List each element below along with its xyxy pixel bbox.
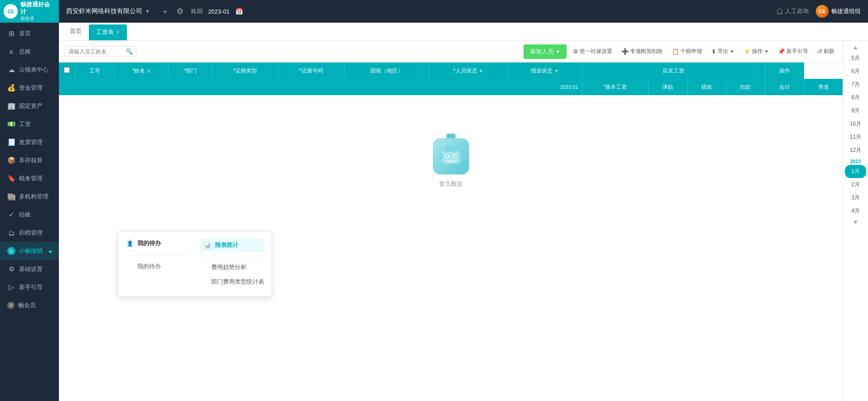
th-period: 2023.01 [59, 79, 582, 95]
cal-month-aug[interactable]: 8月 [843, 91, 868, 104]
sidebar-item-ledger[interactable]: ≡ 总账 [0, 43, 59, 61]
archive-icon: 🗂 [7, 229, 15, 237]
svg-point-7 [454, 155, 456, 157]
popup-col2-divider [199, 256, 264, 256]
cal-month-mar[interactable]: 3月 [843, 191, 868, 204]
sidebar-label-guide: 新手引导 [19, 283, 43, 291]
side-calendar: ▲ 5月 6月 7月 8月 9月 10月 11月 12月 2023 1月 2月 … [843, 41, 868, 401]
refresh-btn[interactable]: ↺ 刷新 [815, 46, 837, 57]
sidebar-item-tax[interactable]: 🔖 税务管理 [0, 169, 59, 188]
popup-col-todo: 👤 我的待办 我的待办 [126, 239, 190, 289]
tab-close-icon[interactable]: × [116, 29, 120, 35]
cal-month-may[interactable]: 5月 [843, 52, 868, 65]
sidebar-item-inventory[interactable]: 📦 库存核算 [0, 151, 59, 169]
deduction-icon: ➕ [621, 48, 629, 55]
cal-month-apr[interactable]: 4月 [843, 204, 868, 217]
basic-icon: ⚙ [7, 265, 15, 273]
sidebar-item-guide[interactable]: ▷ 新手引导 [0, 278, 59, 296]
table-header-row2: 2023.01 *基本工资 津贴 绩效 [59, 79, 843, 95]
th-allowance: 津贴 [648, 79, 687, 95]
sidebar-label-ledger: 总账 [19, 48, 31, 56]
calendar-up-btn[interactable]: ▲ [850, 43, 862, 52]
sidebar-item-archive[interactable]: 🗂 归档管理 [0, 224, 59, 242]
popup-item-my-todo[interactable]: 我的待办 [126, 259, 190, 274]
th-status: *人员状态 ▼ [429, 63, 508, 79]
empty-text: 暂无数据 [439, 180, 463, 188]
guide-btn[interactable]: 📌 新手引导 [775, 46, 811, 57]
cal-year-2023: 2023 [850, 157, 861, 165]
cal-month-feb[interactable]: 2月 [843, 178, 868, 191]
inventory-icon: 📦 [7, 156, 15, 164]
sidebar-item-basic[interactable]: ⚙ 基础设置 [0, 260, 59, 278]
sidebar-label-member: 畅会员 [18, 301, 36, 309]
name-sort-icon[interactable]: ⇅ [147, 68, 150, 73]
table-area: 🔍 添加人员 ▼ ⚙ 统一社保设置 ➕ 专项附加扣除 [59, 41, 843, 401]
sidebar-item-assets[interactable]: 🏢 固定资产 [0, 97, 59, 115]
sidebar-logo: CE 畅捷通好会计 畅捷通 [0, 0, 59, 23]
th-name: *姓名 ⇅ [114, 63, 169, 79]
sidebar-item-reports[interactable]: ☁ 云报表中心 [0, 61, 59, 79]
tab-home-label: 首页 [70, 27, 82, 35]
popup-col-reports-label: 报表统计 [215, 241, 238, 249]
cal-month-oct[interactable]: 10月 [843, 117, 868, 130]
tab-salary[interactable]: 工资表 × [89, 24, 127, 40]
cal-month-jan-current[interactable]: 1月 [845, 165, 866, 178]
popup-item-dept-cost[interactable]: 部门费用类型统计表 [199, 275, 264, 289]
settings-icon[interactable]: ⚙ [175, 5, 185, 18]
sidebar-item-payroll[interactable]: 💵 工资 [0, 115, 59, 133]
guide-icon: 📌 [778, 48, 785, 55]
topbar: 西安虾米网络科技有限公司 ▼ ＋ ⚙ 账期 2023-01 📅 🎧 人工咨询 C… [59, 0, 868, 23]
robot-svg [438, 144, 464, 169]
funds-icon: 💰 [7, 84, 15, 92]
content-area: 🔍 添加人员 ▼ ⚙ 统一社保设置 ➕ 专项附加扣除 [59, 41, 868, 401]
popup-col-todo-label: 我的待办 [137, 239, 161, 247]
export-btn[interactable]: ⬇ 导出 ▼ [708, 46, 737, 57]
cal-month-jul[interactable]: 7月 [843, 78, 868, 91]
payroll-icon: 💵 [7, 120, 15, 128]
operations-btn[interactable]: ⚡ 操作 ▼ [741, 46, 771, 57]
cal-month-jun[interactable]: 6月 [843, 65, 868, 78]
search-input[interactable] [68, 48, 123, 55]
sidebar-item-xiaochang[interactable]: G 小畅报销 ◀ [0, 242, 59, 260]
calendar-down-btn[interactable]: ▼ [850, 217, 862, 227]
period-value: 2023-01 [208, 8, 230, 15]
company-selector[interactable]: 西安虾米网络科技有限公司 ▼ [66, 7, 150, 15]
sidebar-label-basic: 基础设置 [19, 265, 43, 273]
sidebar-item-multi[interactable]: 🏬 多机构管理 [0, 188, 59, 206]
sidebar-item-home[interactable]: ⊞ 首页 [0, 24, 59, 43]
tab-home[interactable]: 首页 [63, 23, 89, 40]
main-area: 西安虾米网络科技有限公司 ▼ ＋ ⚙ 账期 2023-01 📅 🎧 人工咨询 C… [59, 0, 868, 401]
search-box: 🔍 [64, 46, 137, 57]
service-btn[interactable]: 🎧 人工咨询 [776, 7, 809, 15]
th-department: *部门 [169, 63, 212, 79]
add-employee-button[interactable]: 添加人员 ▼ [524, 44, 567, 59]
toolbar: 🔍 添加人员 ▼ ⚙ 统一社保设置 ➕ 专项附加扣除 [59, 41, 843, 63]
member-icon: V [7, 302, 15, 309]
add-company-btn[interactable]: ＋ [159, 4, 171, 19]
tax-report-btn[interactable]: 📋 个税申报 [669, 46, 705, 57]
deduction-btn[interactable]: ➕ 专项附加扣除 [619, 46, 665, 57]
user-area[interactable]: CE 畅捷通组组 [816, 5, 861, 18]
popup-item-cost-trend[interactable]: 费用趋势分析 [199, 260, 264, 275]
social-label: 统一社保设置 [580, 48, 612, 55]
select-all-checkbox[interactable] [64, 67, 70, 73]
toolbar-right: 添加人员 ▼ ⚙ 统一社保设置 ➕ 专项附加扣除 📋 个税申报 [524, 44, 837, 59]
search-icon[interactable]: 🔍 [126, 48, 133, 55]
cal-month-sep[interactable]: 9月 [843, 104, 868, 117]
sidebar-item-invoices[interactable]: 🧾 发票管理 [0, 133, 59, 151]
sidebar-item-funds[interactable]: 💰 资金管理 [0, 79, 59, 97]
svg-point-6 [446, 155, 448, 157]
th-checkbox[interactable] [59, 63, 75, 79]
report-filter-icon[interactable]: ▼ [554, 68, 559, 73]
sidebar-label-archive: 归档管理 [19, 229, 43, 237]
calendar-icon[interactable]: 📅 [235, 8, 243, 15]
sidebar-item-member[interactable]: V 畅会员 [0, 296, 59, 314]
cal-month-nov[interactable]: 11月 [843, 130, 868, 144]
popup-col-reports-header: 📊 报表统计 [199, 239, 264, 251]
sidebar-item-settle[interactable]: ✓ 结账 [0, 206, 59, 224]
social-setting-btn[interactable]: ⚙ 统一社保设置 [570, 46, 615, 57]
sidebar-label-invoices: 发票管理 [19, 138, 43, 146]
cal-month-dec[interactable]: 12月 [843, 144, 868, 157]
status-filter-icon[interactable]: ▼ [479, 68, 483, 73]
user-name: 畅捷通组组 [831, 7, 861, 15]
